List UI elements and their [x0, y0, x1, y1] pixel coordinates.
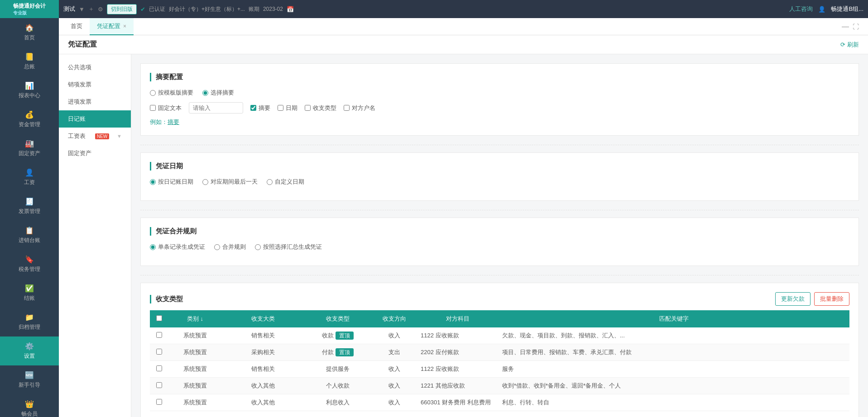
radio-template[interactable]: 按模板版摘要	[150, 89, 193, 97]
row-check-0[interactable]	[150, 327, 168, 344]
sidebar-item-salary[interactable]: 👤 工资	[0, 163, 59, 192]
radio-summary[interactable]: 按照选择汇总生成凭证	[255, 243, 322, 251]
radio-period-last-label: 对应期间最后一天	[211, 178, 258, 186]
row-checkbox-2[interactable]	[156, 365, 162, 371]
date-label: 日期	[286, 104, 297, 112]
sidebar-item-home[interactable]: 🏠 首页	[0, 18, 59, 47]
radio-single-input[interactable]	[150, 244, 156, 250]
row-check-2[interactable]	[150, 361, 168, 378]
table-row: 系统预置 采购相关 付款 置顶 支出 2202 应付账款 项目、日常费用、报销款…	[150, 344, 849, 361]
checkbox-date[interactable]: 日期	[278, 104, 297, 112]
counterpart-checkbox[interactable]	[344, 105, 350, 111]
date-checkbox[interactable]	[278, 105, 283, 111]
batch-delete-btn[interactable]: 批量删除	[814, 292, 849, 306]
left-nav-item-public[interactable]: 公共选项	[59, 59, 131, 76]
tab-voucher-label: 凭证配置	[97, 22, 120, 30]
member-icon: 👑	[25, 400, 34, 408]
sidebar-item-settings[interactable]: ⚙️ 设置	[0, 336, 59, 365]
fixed-text-checkbox[interactable]	[150, 105, 156, 111]
checkbox-abstract[interactable]: 摘要	[250, 104, 270, 112]
radio-select[interactable]: 选择摘要	[202, 89, 234, 97]
purchase-icon: 📋	[25, 226, 34, 235]
left-nav-item-sales-invoice[interactable]: 销项发票	[59, 76, 131, 93]
left-nav-label-purchase-invoice: 进项发票	[68, 98, 91, 106]
window-minimize-btn[interactable]: —	[842, 23, 849, 31]
radio-period-last[interactable]: 对应期间最后一天	[202, 178, 258, 186]
row-checkbox-4[interactable]	[156, 399, 162, 405]
sidebar-item-finance[interactable]: 💰 资金管理	[0, 105, 59, 134]
tab-home[interactable]: 首页	[63, 18, 90, 35]
th-account: 对方科目	[417, 310, 499, 327]
sidebar-item-tax[interactable]: 🔖 税务管理	[0, 250, 59, 279]
row-check-4[interactable]	[150, 394, 168, 411]
radio-template-input[interactable]	[150, 90, 156, 96]
row-checkbox-3[interactable]	[156, 382, 162, 388]
page-title: 凭证配置	[68, 40, 97, 49]
radio-custom-date[interactable]: 自定义日期	[267, 178, 304, 186]
row-keywords-2: 服务	[499, 361, 849, 378]
radio-period-last-input[interactable]	[202, 179, 208, 185]
radio-merge-input[interactable]	[214, 244, 220, 250]
logo-title: 畅捷通好会计	[13, 2, 46, 10]
row-check-1[interactable]	[150, 344, 168, 361]
sidebar-label-purchase: 进销台账	[19, 237, 40, 244]
left-nav-item-fixed-assets[interactable]: 固定资产	[59, 145, 131, 162]
row-direction-0: 收入	[372, 327, 417, 344]
row-category-2: 系统预置	[168, 361, 222, 378]
radio-summary-input[interactable]	[255, 244, 261, 250]
user-service-btn[interactable]: 人工咨询	[789, 5, 813, 13]
window-maximize-btn[interactable]: ⛶	[853, 23, 859, 30]
abstract-checkbox[interactable]	[250, 105, 256, 111]
row-checkbox-1[interactable]	[156, 349, 162, 355]
left-nav-item-purchase-invoice[interactable]: 进项发票	[59, 93, 131, 110]
example-text: 例如：摘要	[150, 118, 179, 125]
inner-layout: 公共选项 销项发票 进项发票 日记账 工资表 NEW ▼ 固定资产	[59, 54, 868, 417]
checkbox-fixed-text[interactable]: 固定文本	[150, 104, 182, 112]
radio-custom-date-input[interactable]	[267, 179, 273, 185]
radio-journal-date-label: 按日记账日期	[158, 178, 193, 186]
refresh-button[interactable]: ⟳ 刷新	[840, 41, 859, 49]
radio-single[interactable]: 单条记录生成凭证	[150, 243, 205, 251]
sidebar: 🏠 首页 📒 总账 📊 报表中心 💰 资金管理 🏭 固定资产 👤 工资 🧾 发票…	[0, 18, 59, 417]
left-nav-item-journal[interactable]: 日记账	[59, 110, 131, 128]
radio-merge[interactable]: 合并规则	[214, 243, 246, 251]
checkbox-counterpart[interactable]: 对方户名	[344, 104, 375, 112]
th-major: 收支大类	[222, 310, 304, 327]
sidebar-item-guide[interactable]: 🆕 新手引导	[0, 365, 59, 394]
sidebar-item-assets[interactable]: 🏭 固定资产	[0, 134, 59, 163]
row-check-3[interactable]	[150, 378, 168, 394]
ledger-icon: 📒	[25, 52, 34, 61]
left-nav-item-salary-table[interactable]: 工资表 NEW ▼	[59, 128, 131, 145]
row-checkbox-0[interactable]	[156, 332, 162, 338]
select-all-checkbox[interactable]	[156, 315, 162, 321]
sidebar-item-archive[interactable]: 📁 归档管理	[0, 308, 59, 336]
tags: 好会计（专）+好生意（标）+...	[169, 5, 245, 13]
fixed-text-input[interactable]	[189, 102, 243, 114]
radio-journal-date[interactable]: 按日记账日期	[150, 178, 193, 186]
switch-button[interactable]: 切到旧版	[107, 4, 137, 14]
radio-journal-date-input[interactable]	[150, 179, 156, 185]
th-check[interactable]	[150, 310, 168, 327]
radio-select-input[interactable]	[202, 90, 208, 96]
sidebar-label-tax: 税务管理	[19, 265, 40, 273]
row-major-2: 销售相关	[222, 361, 304, 378]
merge-title: 凭证合并规则	[150, 227, 849, 236]
tab-close-btn[interactable]: ×	[123, 23, 126, 29]
update-btn[interactable]: 更新欠款	[775, 292, 810, 306]
sidebar-item-purchase[interactable]: 📋 进销台账	[0, 221, 59, 250]
checkbox-income-type[interactable]: 收支类型	[305, 104, 336, 112]
left-nav-label-sales-invoice: 销项发票	[68, 81, 91, 89]
income-type-checkbox[interactable]	[305, 105, 311, 111]
tab-voucher-config[interactable]: 凭证配置 ×	[90, 18, 134, 35]
header-right: 人工咨询 👤 畅捷通B组...	[789, 5, 863, 13]
row-direction-4: 收入	[372, 394, 417, 411]
th-category[interactable]: 类别 ↓	[168, 310, 222, 327]
sidebar-item-reports[interactable]: 📊 报表中心	[0, 76, 59, 105]
sidebar-item-settlement[interactable]: ✅ 结账	[0, 279, 59, 308]
row-type-2: 提供服务	[304, 361, 372, 378]
sidebar-item-ledger[interactable]: 📒 总账	[0, 47, 59, 76]
sidebar-item-invoice[interactable]: 🧾 发票管理	[0, 192, 59, 221]
row-category-0: 系统预置	[168, 327, 222, 344]
assets-icon: 🏭	[25, 139, 34, 148]
sidebar-item-member[interactable]: 👑 畅会员	[0, 394, 59, 417]
